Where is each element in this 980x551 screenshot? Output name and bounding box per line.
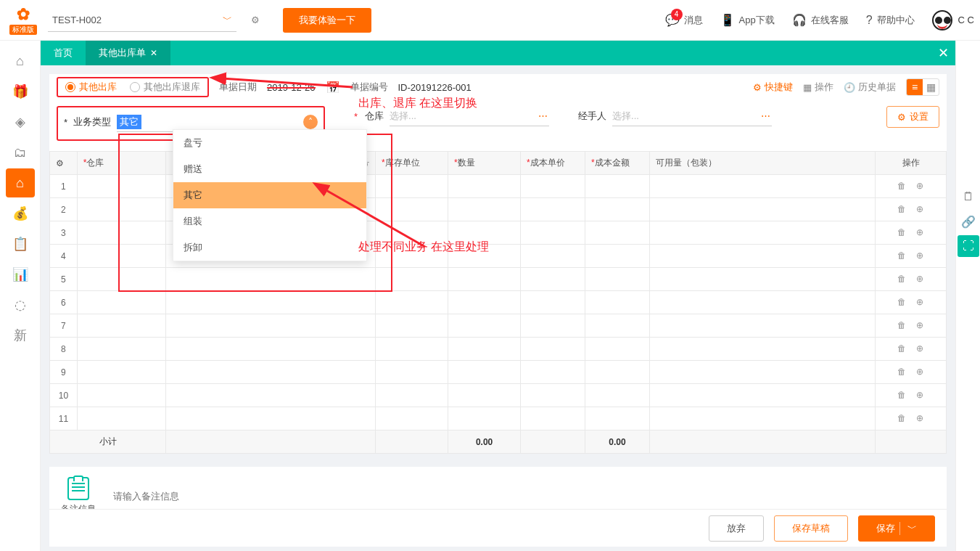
logo: ✿ 标准版	[6, 5, 41, 35]
messages-label: 消息	[684, 14, 703, 27]
logo-badge: 标准版	[9, 25, 37, 35]
messages-link[interactable]: 💬 消息 4	[665, 13, 703, 27]
message-badge: 4	[671, 9, 683, 20]
phone-icon: 📱	[720, 13, 735, 27]
tenant-name: TEST-H002	[52, 15, 102, 25]
app-download-label: App下载	[739, 14, 775, 27]
chevron-down-icon: ﹀	[223, 13, 232, 26]
help-icon: ?	[866, 14, 873, 27]
avatar-icon	[932, 10, 952, 30]
online-service-link[interactable]: 🎧 在线客服	[792, 13, 849, 27]
user-name: C C	[958, 15, 974, 25]
headset-icon: 🎧	[792, 13, 807, 27]
logo-icon: ✿	[17, 5, 30, 24]
tenant-select[interactable]: TEST-H002 ﹀	[48, 9, 236, 32]
top-bar: ✿ 标准版 TEST-H002 ﹀ ⚙ 我要体验一下 💬 消息 4 📱 App下…	[0, 0, 980, 41]
app-download-link[interactable]: 📱 App下载	[720, 13, 775, 27]
settings-icon-button[interactable]: ⚙	[244, 9, 267, 32]
gear-icon: ⚙	[251, 15, 260, 25]
help-center-link[interactable]: ? 帮助中心	[866, 14, 915, 27]
help-center-label: 帮助中心	[877, 14, 915, 27]
online-service-label: 在线客服	[811, 14, 849, 27]
trial-button[interactable]: 我要体验一下	[283, 8, 371, 33]
user-menu[interactable]: C C	[932, 10, 974, 30]
